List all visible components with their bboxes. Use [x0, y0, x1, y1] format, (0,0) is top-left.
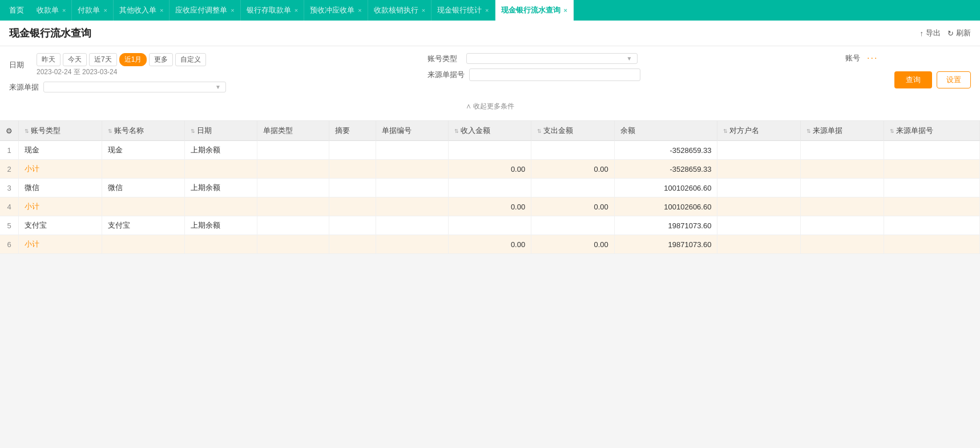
table-row: 2小计0.000.00-3528659.33	[0, 160, 980, 179]
nav-tabs: 收款单×付款单×其他收入单×应收应付调整单×银行存取款单×预收冲应收单×收款核销…	[31, 0, 574, 21]
cell-income	[448, 216, 531, 235]
cell-account_name	[102, 160, 185, 179]
cell-date: 上期余额	[185, 216, 257, 235]
date-option-近7天[interactable]: 近7天	[89, 53, 117, 66]
col-header-doc_type: 单据类型	[257, 121, 329, 141]
cell-balance: 19871073.60	[614, 216, 717, 235]
nav-tab-现金银行流水查询[interactable]: 现金银行流水查询×	[495, 0, 574, 21]
nav-tab-付款单[interactable]: 付款单×	[72, 0, 113, 21]
cell-row_num: 3	[0, 179, 19, 197]
cell-row_num: 2	[0, 160, 19, 179]
col-header-income[interactable]: ⇅收入金额	[448, 121, 531, 141]
date-option-自定义[interactable]: 自定义	[175, 53, 206, 66]
date-label: 日期	[9, 60, 32, 70]
main-table: ⚙⇅账号类型⇅账号名称⇅日期单据类型摘要单据编号⇅收入金额⇅支出金额余额⇅对方户…	[0, 121, 980, 254]
cell-summary	[329, 235, 376, 254]
date-option-更多[interactable]: 更多	[149, 53, 173, 66]
cell-account_name	[102, 197, 185, 216]
cell-source_doc_no	[884, 160, 979, 179]
account-label: 账号	[845, 53, 862, 63]
cell-account_name: 支付宝	[102, 216, 185, 235]
nav-tab-银行存取款单[interactable]: 银行存取款单×	[241, 0, 304, 21]
cell-date	[185, 160, 257, 179]
cell-account_type: 现金	[19, 141, 102, 160]
refresh-button[interactable]: ↻ 刷新	[947, 28, 971, 38]
account-type-select[interactable]: ▼	[466, 53, 638, 64]
nav-tab-其他收入单[interactable]: 其他收入单×	[114, 0, 170, 21]
cell-doc_no	[376, 216, 448, 235]
cell-balance: 100102606.60	[614, 179, 717, 197]
tab-close-icon[interactable]: ×	[160, 7, 163, 14]
date-option-近1月[interactable]: 近1月	[119, 53, 147, 66]
col-header-counterpart[interactable]: ⇅对方户名	[717, 121, 801, 141]
account-type-chevron-icon: ▼	[627, 55, 632, 62]
date-option-昨天[interactable]: 昨天	[37, 53, 61, 66]
collapse-bar[interactable]: ∧ 收起更多条件	[9, 99, 971, 114]
col-header-doc_no: 单据编号	[376, 121, 448, 141]
account-type-label: 账号类型	[428, 54, 462, 64]
cell-source_doc	[801, 160, 884, 179]
source-doc-select[interactable]: ▼	[43, 82, 226, 92]
cell-row_num: 5	[0, 216, 19, 235]
cell-doc_type	[257, 141, 329, 160]
table-row: 5支付宝支付宝上期余额19871073.60	[0, 216, 980, 235]
tab-close-icon[interactable]: ×	[422, 7, 425, 14]
nav-tab-应收应付调整单[interactable]: 应收应付调整单×	[170, 0, 240, 21]
source-doc-num-input[interactable]	[469, 68, 640, 81]
nav-home[interactable]: 首页	[2, 5, 31, 15]
tab-close-icon[interactable]: ×	[62, 7, 66, 14]
cell-doc_no	[376, 197, 448, 216]
date-option-今天[interactable]: 今天	[63, 53, 87, 66]
cell-balance: -3528659.33	[614, 141, 717, 160]
tab-close-icon[interactable]: ×	[564, 7, 567, 14]
settings-button[interactable]: 设置	[937, 71, 971, 88]
cell-counterpart	[717, 160, 801, 179]
cell-doc_no	[376, 235, 448, 254]
cell-balance: 19871073.60	[614, 235, 717, 254]
query-button[interactable]: 查询	[894, 71, 932, 88]
nav-tab-预收冲应收单[interactable]: 预收冲应收单×	[304, 0, 368, 21]
cell-source_doc	[801, 197, 884, 216]
col-header-source_doc[interactable]: ⇅来源单据	[801, 121, 884, 141]
cell-income: 0.00	[448, 160, 531, 179]
cell-doc_type	[257, 179, 329, 197]
tab-close-icon[interactable]: ×	[485, 7, 489, 14]
cell-doc_no	[376, 179, 448, 197]
col-header-expense[interactable]: ⇅支出金额	[531, 121, 615, 141]
cell-expense: 0.00	[531, 160, 615, 179]
cell-account_name: 现金	[102, 141, 185, 160]
col-header-summary: 摘要	[329, 121, 376, 141]
cell-source_doc	[801, 179, 884, 197]
cell-expense: 0.00	[531, 197, 615, 216]
col-header-settings: ⚙	[0, 121, 19, 141]
col-header-account_type[interactable]: ⇅账号类型	[19, 121, 102, 141]
export-button[interactable]: ↑ 导出	[920, 28, 941, 38]
cell-source_doc_no	[884, 197, 979, 216]
col-header-date[interactable]: ⇅日期	[185, 121, 257, 141]
nav-tab-收款单[interactable]: 收款单×	[31, 0, 72, 21]
source-doc-chevron-icon: ▼	[215, 84, 221, 90]
collapse-label: 收起更多条件	[473, 102, 514, 110]
cell-account_type: 小计	[19, 160, 102, 179]
cell-counterpart	[717, 141, 801, 160]
cell-summary	[329, 216, 376, 235]
source-doc-num-label: 来源单据号	[428, 70, 465, 80]
tab-close-icon[interactable]: ×	[358, 7, 361, 14]
nav-tab-现金银行统计[interactable]: 现金银行统计×	[431, 0, 495, 21]
cell-counterpart	[717, 235, 801, 254]
cell-expense	[531, 216, 615, 235]
cell-source_doc_no	[884, 216, 979, 235]
cell-income: 0.00	[448, 197, 531, 216]
account-dots-button[interactable]: ···	[867, 53, 878, 63]
cell-date: 上期余额	[185, 179, 257, 197]
tab-close-icon[interactable]: ×	[295, 7, 298, 14]
table-row: 4小计0.000.00100102606.60	[0, 197, 980, 216]
tab-close-icon[interactable]: ×	[103, 7, 107, 14]
tab-close-icon[interactable]: ×	[231, 7, 234, 14]
col-header-source_doc_no[interactable]: ⇅来源单据号	[884, 121, 979, 141]
cell-income	[448, 141, 531, 160]
col-header-account_name[interactable]: ⇅账号名称	[102, 121, 185, 141]
nav-tab-收款核销执行[interactable]: 收款核销执行×	[368, 0, 431, 21]
table-header: ⚙⇅账号类型⇅账号名称⇅日期单据类型摘要单据编号⇅收入金额⇅支出金额余额⇅对方户…	[0, 121, 980, 141]
filter-area: 日期 昨天今天近7天近1月更多自定义 2023-02-24 至 2023-03-…	[0, 46, 980, 121]
